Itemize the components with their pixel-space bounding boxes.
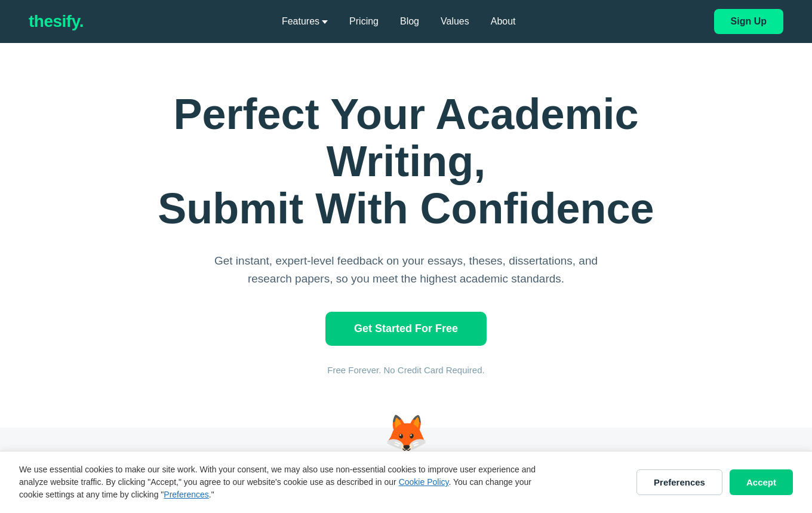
- nav-item-pricing[interactable]: Pricing: [349, 16, 379, 27]
- cookie-buttons: Preferences Accept: [636, 469, 793, 495]
- hero-section: Perfect Your Academic Writing, Submit Wi…: [0, 43, 812, 428]
- chevron-down-icon: [322, 20, 328, 24]
- preferences-button[interactable]: Preferences: [636, 469, 722, 495]
- hero-title: Perfect Your Academic Writing, Submit Wi…: [107, 91, 705, 233]
- features-link[interactable]: Features: [282, 16, 328, 27]
- nav-item-about[interactable]: About: [491, 16, 516, 27]
- get-started-button[interactable]: Get Started For Free: [325, 312, 487, 346]
- free-note: Free Forever. No Credit Card Required.: [327, 365, 484, 375]
- blog-link[interactable]: Blog: [400, 16, 419, 26]
- nav-item-blog[interactable]: Blog: [400, 16, 419, 27]
- cookie-text: We use essential cookies to make our sit…: [19, 463, 556, 501]
- nav-item-values[interactable]: Values: [441, 16, 469, 27]
- nav-item-features[interactable]: Features: [282, 16, 328, 27]
- about-link[interactable]: About: [491, 16, 516, 26]
- cookie-policy-link[interactable]: Cookie Policy: [399, 477, 449, 487]
- site-logo[interactable]: thesify.: [29, 12, 84, 31]
- signup-button[interactable]: Sign Up: [714, 9, 783, 34]
- cookie-preferences-link[interactable]: Preferences: [164, 490, 208, 499]
- fox-mascot-icon: 🦊: [384, 416, 429, 451]
- nav-links: Features Pricing Blog Values About: [282, 16, 516, 27]
- hero-title-line1: Perfect Your Academic Writing,: [174, 90, 639, 185]
- navbar: thesify. Features Pricing Blog Values Ab…: [0, 0, 812, 43]
- cookie-banner: We use essential cookies to make our sit…: [0, 451, 812, 505]
- accept-button[interactable]: Accept: [730, 469, 793, 495]
- hero-title-line2: Submit With Confidence: [158, 185, 654, 232]
- features-label: Features: [282, 16, 319, 27]
- pricing-link[interactable]: Pricing: [349, 16, 379, 26]
- cookie-text-end: .": [209, 490, 214, 499]
- hero-subtitle: Get instant, expert-level feedback on yo…: [197, 252, 615, 288]
- values-link[interactable]: Values: [441, 16, 469, 26]
